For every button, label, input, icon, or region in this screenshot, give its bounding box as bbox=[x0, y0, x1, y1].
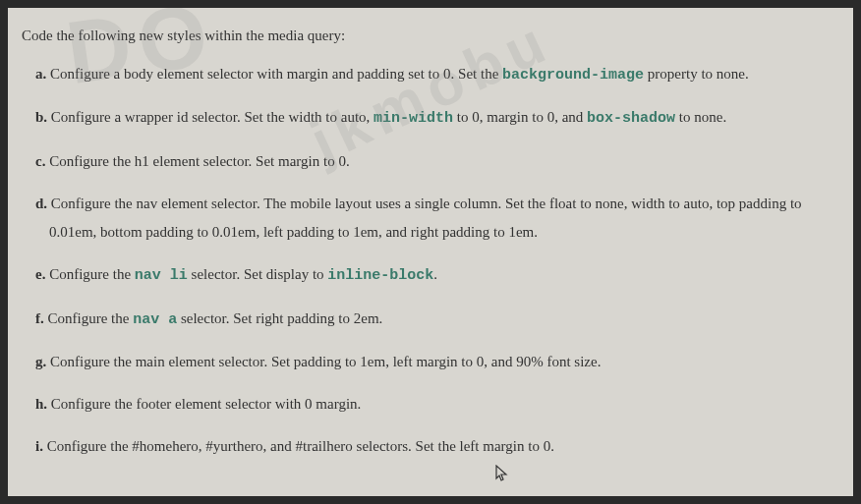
instruction-item: b. Configure a wrapper id selector. Set … bbox=[35, 103, 839, 133]
item-letter: i. bbox=[35, 438, 43, 454]
code-text: inline-block bbox=[327, 267, 433, 284]
instruction-text: Configure a wrapper id selector. Set the… bbox=[47, 109, 373, 125]
instruction-text: selector. Set display to bbox=[188, 266, 327, 282]
instruction-item: e. Configure the nav li selector. Set di… bbox=[35, 260, 839, 290]
instruction-text: Configure the footer element selector wi… bbox=[47, 396, 361, 412]
instruction-text: . bbox=[433, 266, 437, 282]
instruction-text: Configure the h1 element selector. Set m… bbox=[45, 153, 349, 169]
mouse-cursor-icon bbox=[495, 465, 509, 486]
instruction-item: h. Configure the footer element selector… bbox=[35, 390, 839, 419]
intro-text: Code the following new styles within the… bbox=[22, 26, 839, 46]
code-text: nav a bbox=[133, 311, 177, 328]
instruction-text: Configure the bbox=[45, 266, 134, 282]
instruction-text: Configure the #homehero, #yurthero, and … bbox=[43, 438, 554, 454]
instruction-item: c. Configure the h1 element selector. Se… bbox=[35, 147, 839, 176]
instruction-item: i. Configure the #homehero, #yurthero, a… bbox=[35, 432, 839, 461]
instruction-text: Configure a body element selector with m… bbox=[46, 66, 502, 82]
instruction-text: to 0, margin to 0, and bbox=[453, 109, 587, 125]
item-letter: e. bbox=[35, 266, 45, 282]
instruction-text: selector. Set right padding to 2em. bbox=[177, 310, 382, 326]
instruction-text: to none. bbox=[675, 109, 726, 125]
code-text: box-shadow bbox=[587, 110, 675, 127]
instruction-text: Configure the main element selector. Set… bbox=[46, 354, 601, 369]
instruction-list: a. Configure a body element selector wit… bbox=[22, 60, 839, 462]
instruction-item: g. Configure the main element selector. … bbox=[35, 348, 839, 376]
instruction-text: property to none. bbox=[644, 66, 749, 82]
instruction-item: d. Configure the nav element selector. T… bbox=[35, 190, 839, 248]
item-letter: b. bbox=[35, 109, 47, 125]
instruction-item: a. Configure a body element selector wit… bbox=[35, 60, 839, 89]
instruction-text: Configure the bbox=[44, 310, 133, 326]
instruction-text: Configure the nav element selector. The … bbox=[47, 196, 801, 240]
item-letter: c. bbox=[35, 153, 45, 169]
instruction-item: f. Configure the nav a selector. Set rig… bbox=[35, 305, 839, 334]
item-letter: g. bbox=[35, 354, 46, 369]
item-letter: d. bbox=[35, 196, 47, 211]
code-text: nav li bbox=[135, 267, 188, 284]
code-text: min-width bbox=[373, 110, 453, 127]
item-letter: f. bbox=[35, 310, 44, 326]
item-letter: a. bbox=[35, 66, 46, 82]
item-letter: h. bbox=[35, 396, 47, 412]
document-page: DO jkmobu Code the following new styles … bbox=[8, 8, 853, 496]
code-text: background-image bbox=[502, 67, 644, 84]
